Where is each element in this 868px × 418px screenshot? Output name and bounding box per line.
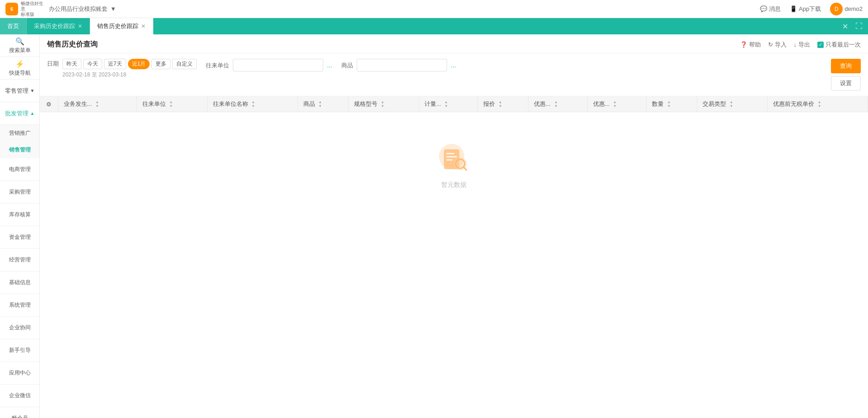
- date-btn-7days[interactable]: 近7天: [104, 59, 126, 69]
- home-tab-label: 首页: [7, 22, 19, 30]
- data-table: ⚙ 业务发生... ▲▼ 往来单位 ▲▼ 往来单位名称: [40, 96, 868, 112]
- message-icon: 💬: [760, 5, 767, 12]
- download-icon: 📱: [790, 5, 797, 12]
- checkbox-icon: ✓: [817, 42, 824, 48]
- content-area: 销售历史价查询 ❓ 帮助 ↻ 导入 ↓ 导出 ✓: [40, 34, 868, 418]
- only-last-toggle[interactable]: ✓ 只看最后一次: [817, 41, 861, 49]
- logo-area: 6 畅捷信好生意 标准版: [5, 1, 45, 17]
- date-btn-custom[interactable]: 自定义: [172, 59, 197, 69]
- help-btn[interactable]: ❓ 帮助: [740, 41, 761, 49]
- user-menu[interactable]: D demo2: [830, 3, 863, 15]
- sales-history-tab-close[interactable]: ✕: [141, 24, 146, 29]
- workspace-selector[interactable]: 办公用品行业模拟账套 ▼: [45, 3, 120, 15]
- page-content: 销售历史价查询 ❓ 帮助 ↻ 导入 ↓ 导出 ✓: [40, 34, 868, 418]
- th-biz-date[interactable]: 业务发生... ▲▼: [58, 96, 137, 112]
- sidebar-item-guide[interactable]: 新手引导: [0, 339, 39, 362]
- sort-icon: ▲▼: [444, 100, 448, 108]
- import-btn[interactable]: ↻ 导入: [768, 41, 787, 49]
- sidebar-item-app-center[interactable]: 应用中心: [0, 362, 39, 385]
- th-price[interactable]: 报价 ▲▼: [478, 96, 528, 112]
- tab-purchase-history[interactable]: 采购历史价跟踪 ✕: [27, 18, 90, 34]
- download-btn[interactable]: 📱 App下载: [790, 5, 821, 13]
- date-options: 昨天 今天 近7天 近1月 更多 自定义 2023-02-18 至 2023-0…: [62, 59, 197, 79]
- date-filter-group: 日期 昨天 今天 近7天 近1月 更多 自定义 2023-02-18 至 202…: [47, 59, 197, 79]
- top-bar: 6 畅捷信好生意 标准版 办公用品行业模拟账套 ▼ 💬 消息 📱 App下载 D…: [0, 0, 868, 18]
- tab-home[interactable]: 首页: [0, 18, 27, 34]
- sidebar-item-basic-info[interactable]: 基础信息: [0, 271, 39, 294]
- partner-input[interactable]: [233, 59, 323, 71]
- empty-icon: [436, 139, 472, 176]
- page-header: 销售历史价查询 ❓ 帮助 ↻ 导入 ↓ 导出 ✓: [40, 34, 868, 53]
- svg-rect-5: [446, 156, 457, 157]
- date-btn-today[interactable]: 今天: [83, 59, 102, 69]
- th-unit[interactable]: 计量... ▲▼: [419, 96, 477, 112]
- tab-sales-history[interactable]: 销售历史价跟踪 ✕: [90, 18, 153, 34]
- export-btn[interactable]: ↓ 导出: [794, 41, 811, 49]
- partner-picker-btn[interactable]: ...: [327, 62, 332, 69]
- sort-icon: ▲▼: [251, 100, 255, 108]
- sidebar-item-search[interactable]: 🔍 搜索菜单: [0, 34, 39, 57]
- th-partner-code[interactable]: 往来单位 ▲▼: [137, 96, 207, 112]
- sort-icon: ▲▼: [499, 100, 502, 108]
- sidebar-item-system[interactable]: 系统管理: [0, 294, 39, 317]
- sort-icon: ▲▼: [554, 100, 558, 108]
- purchase-history-tab-close[interactable]: ✕: [78, 24, 82, 29]
- date-btn-more[interactable]: 更多: [151, 59, 170, 69]
- partner-filter-group: 往来单位 ...: [206, 59, 332, 71]
- date-buttons: 昨天 今天 近7天 近1月 更多 自定义: [62, 59, 197, 69]
- svg-rect-4: [446, 153, 454, 154]
- sort-icon: ▲▼: [667, 100, 671, 108]
- tab-close-all-btn[interactable]: ✕: [840, 20, 850, 33]
- quick-nav-icon: ⚡: [15, 60, 24, 68]
- logo-text: 畅捷信好生意 标准版: [21, 1, 45, 17]
- th-discount1[interactable]: 优惠... ▲▼: [528, 96, 587, 112]
- svg-rect-6: [446, 159, 453, 161]
- search-icon: 🔍: [15, 37, 24, 46]
- date-btn-1month[interactable]: 近1月: [128, 59, 150, 69]
- sidebar-item-operations[interactable]: 经营管理: [0, 249, 39, 271]
- avatar: D: [830, 3, 843, 15]
- sidebar-item-member[interactable]: 畅会员: [0, 407, 39, 418]
- th-spec[interactable]: 规格型号 ▲▼: [348, 96, 419, 112]
- th-trade-type[interactable]: 交易类型 ▲▼: [697, 96, 768, 112]
- purchase-history-tab-label: 采购历史价跟踪: [34, 22, 75, 30]
- th-product[interactable]: 商品 ▲▼: [297, 96, 348, 112]
- sales-history-tab-label: 销售历史价跟踪: [97, 22, 138, 30]
- sort-icon: ▲▼: [613, 100, 617, 108]
- product-picker-btn[interactable]: ...: [451, 62, 456, 69]
- sidebar-item-purchase[interactable]: 采购管理: [0, 181, 39, 204]
- top-right-actions: 💬 消息 📱 App下载 D demo2: [760, 3, 863, 15]
- sidebar-item-wholesale[interactable]: 批发管理 ▲: [0, 102, 39, 125]
- th-pretax-price[interactable]: 优惠前无税单价 ▲▼: [768, 96, 868, 112]
- export-icon: ↓: [794, 41, 797, 48]
- sidebar-item-sales-mgmt[interactable]: 销售管理: [0, 142, 39, 158]
- th-discount2[interactable]: 优惠... ▲▼: [587, 96, 646, 112]
- partner-label: 往来单位: [206, 61, 229, 70]
- th-partner-name[interactable]: 往来单位名称 ▲▼: [207, 96, 297, 112]
- tab-bar-right: ✕ ⛶: [840, 20, 868, 33]
- sidebar-item-quick-nav[interactable]: ⚡ 快捷导航: [0, 57, 39, 80]
- sidebar-item-marketing[interactable]: 营销推广: [0, 125, 39, 142]
- tab-maximize-btn[interactable]: ⛶: [854, 20, 864, 32]
- setting-btn[interactable]: 设置: [831, 76, 861, 90]
- chevron-down-icon: ▼: [30, 88, 35, 93]
- sidebar-item-wechat[interactable]: 企业微信: [0, 385, 39, 407]
- sidebar-item-inventory[interactable]: 库存核算: [0, 204, 39, 226]
- th-settings[interactable]: ⚙: [40, 96, 58, 112]
- sidebar-item-retail[interactable]: 零售管理 ▼: [0, 80, 39, 102]
- sidebar-item-finance[interactable]: 资金管理: [0, 226, 39, 249]
- th-quantity[interactable]: 数量 ▲▼: [646, 96, 697, 112]
- query-btn[interactable]: 查询: [831, 59, 861, 73]
- workspace-label: 办公用品行业模拟账套: [49, 5, 108, 13]
- table-header-row: ⚙ 业务发生... ▲▼ 往来单位 ▲▼ 往来单位名称: [40, 96, 868, 112]
- date-btn-yesterday[interactable]: 昨天: [62, 59, 81, 69]
- sidebar: 🔍 搜索菜单 ⚡ 快捷导航 零售管理 ▼ 批发管理 ▲ 营销推广 销售管理 电商…: [0, 34, 40, 418]
- sort-icon: ▲▼: [95, 100, 99, 108]
- sidebar-item-enterprise[interactable]: 企业协同: [0, 317, 39, 339]
- filter-row: 日期 昨天 今天 近7天 近1月 更多 自定义 2023-02-18 至 202…: [40, 53, 868, 96]
- sidebar-item-ecommerce[interactable]: 电商管理: [0, 158, 39, 181]
- import-icon: ↻: [768, 41, 773, 48]
- message-btn[interactable]: 💬 消息: [760, 5, 781, 13]
- main-layout: 🔍 搜索菜单 ⚡ 快捷导航 零售管理 ▼ 批发管理 ▲ 营销推广 销售管理 电商…: [0, 34, 868, 418]
- product-input[interactable]: [357, 59, 447, 71]
